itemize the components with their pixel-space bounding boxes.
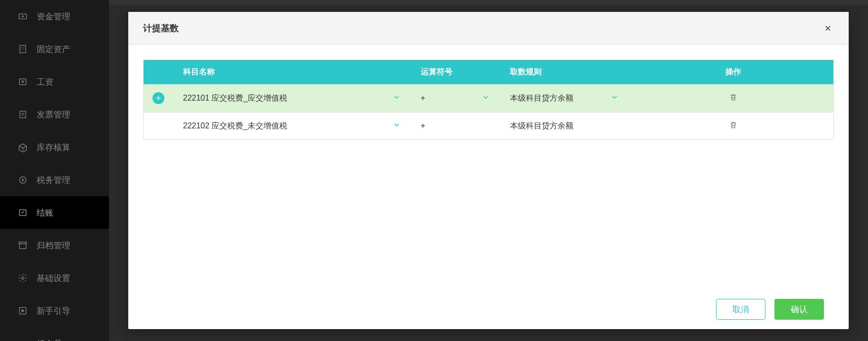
building-icon [18,44,28,54]
svg-rect-3 [20,111,26,117]
archive-icon [18,240,28,250]
sidebar-item-settings[interactable]: 基础设置 [0,262,109,294]
sidebar-item-guide[interactable]: 新手引导 [0,294,109,327]
money-icon [18,11,28,21]
operator-value: + [421,94,425,103]
sidebar-item-salary[interactable]: 工资 [0,65,109,98]
cell-subject[interactable]: 222102 应交税费_未交增值税 [178,113,416,140]
modal-header: 计提基数 [128,12,849,45]
cell-add: + [144,84,178,113]
table-row: 222102 应交税费_未交增值税+本级科目贷方余额 [144,113,834,140]
guide-icon [18,306,28,316]
svg-rect-6 [19,244,26,249]
subject-value: 222102 应交税费_未交增值税 [183,121,288,131]
sidebar-label: 畅会员 [37,338,62,341]
delete-button[interactable] [729,93,738,102]
chevron-down-icon[interactable] [392,120,401,131]
sidebar-label: 基础设置 [37,273,70,284]
table-row: +222101 应交税费_应交增值税+本级科目贷方余额 [144,84,834,113]
accrual-table: 科目名称 运算符号 取数规则 操作 +222101 应交税费_应交增值税+本级科… [143,59,834,140]
th-rule: 取数规则 [505,60,634,85]
cancel-button[interactable]: 取消 [716,299,766,320]
th-action: 操作 [634,60,834,85]
cell-subject[interactable]: 222101 应交税费_应交增值税 [178,84,416,113]
svg-point-8 [22,277,24,280]
sidebar-label: 发票管理 [37,109,70,120]
modal-title: 计提基数 [143,22,179,34]
sidebar-label: 新手引导 [37,305,70,317]
th-subject: 科目名称 [178,60,416,85]
sidebar-label: 归档管理 [37,240,70,251]
cell-rule[interactable]: 本级科目贷方余额 [505,113,634,140]
tax-icon [18,175,28,185]
sidebar-label: 固定资产 [37,44,70,55]
cell-add [144,113,178,140]
th-operator: 运算符号 [416,60,505,85]
modal-footer: 取消 确认 [128,289,849,329]
inventory-icon [18,142,28,152]
sidebar-item-tax[interactable]: 税务管理 [0,164,109,196]
sidebar-item-funds[interactable]: 资金管理 [0,0,109,33]
salary-icon [18,77,28,87]
cell-action [634,84,834,113]
modal-overlay: 计提基数 科目名称 运算符号 取数规则 操作 +222101 应交税费_ [109,0,868,341]
subject-value: 222101 应交税费_应交增值税 [183,93,288,104]
invoice-icon [18,110,28,119]
modal-body: 科目名称 运算符号 取数规则 操作 +222101 应交税费_应交增值税+本级科… [128,45,849,289]
sidebar-label: 库存核算 [37,142,70,153]
rule-value: 本级科目贷方余额 [510,93,573,104]
sidebar-item-invoice[interactable]: 发票管理 [0,98,109,131]
cell-action [634,113,834,140]
closing-icon [18,208,28,218]
cell-operator[interactable]: + [416,84,505,113]
operator-value: + [421,121,425,130]
sidebar-item-assets[interactable]: 固定资产 [0,33,109,65]
sidebar-item-archive[interactable]: 归档管理 [0,229,109,262]
sidebar-item-vip[interactable]: 畅会员 [0,327,109,341]
close-button[interactable] [822,22,834,34]
sidebar-label: 税务管理 [37,174,70,186]
add-row-button[interactable]: + [153,92,164,104]
vip-icon [18,339,28,341]
chevron-down-icon[interactable] [392,93,401,104]
cell-rule[interactable]: 本级科目贷方余额 [505,84,634,113]
sidebar-label: 结账 [37,207,53,219]
sidebar-item-closing[interactable]: 结账 [0,196,109,229]
sidebar-label: 工资 [37,76,53,88]
cell-operator[interactable]: + [416,113,505,140]
gear-icon [18,273,28,283]
confirm-button[interactable]: 确认 [774,299,824,320]
rule-value: 本级科目贷方余额 [510,121,573,131]
sidebar-item-inventory[interactable]: 库存核算 [0,131,109,164]
delete-button[interactable] [729,120,738,129]
chevron-down-icon[interactable] [610,93,619,104]
svg-rect-1 [20,46,26,53]
chevron-down-icon[interactable] [481,93,490,104]
th-add [144,60,178,85]
sidebar: 资金管理 固定资产 工资 发票管理 库存核算 税务管理 结账 [0,0,109,341]
modal-dialog: 计提基数 科目名称 运算符号 取数规则 操作 +222101 应交税费_ [128,12,849,329]
svg-rect-7 [19,242,27,243]
sidebar-label: 资金管理 [37,11,70,22]
